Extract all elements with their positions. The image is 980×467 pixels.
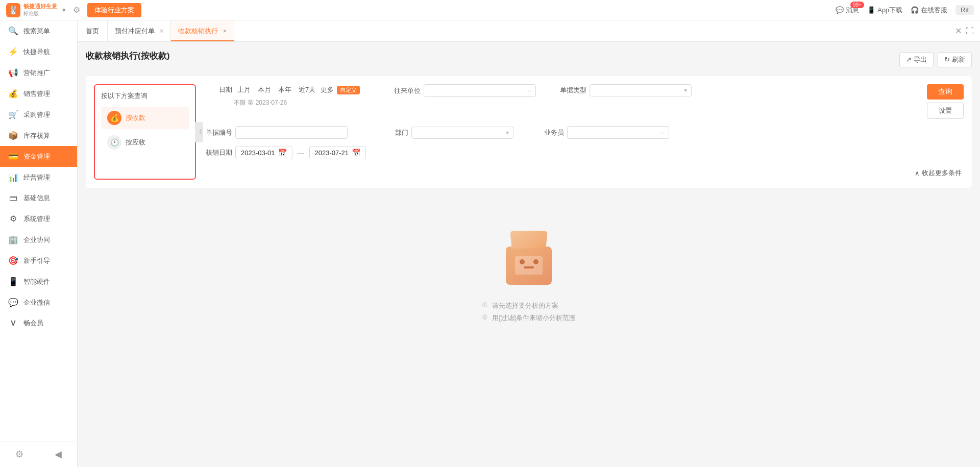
phone-icon: 📱 xyxy=(867,6,875,14)
sidebar-item-basic-info[interactable]: 🗃 基础信息 xyxy=(0,188,77,208)
sidebar-item-member[interactable]: V 畅会员 xyxy=(0,313,77,333)
system-icon: ⚙ xyxy=(8,214,18,224)
calendar-end-icon[interactable]: 📅 xyxy=(352,149,360,157)
content-area: 首页 预付冲应付单 × 收款核销执行 × ✕ ⛶ 收款核销执行(按收款) ↗ xyxy=(78,20,980,467)
sidebar-item-quick-nav[interactable]: ⚡ 快捷导航 xyxy=(0,41,77,62)
business-icon: 📊 xyxy=(8,173,18,182)
date-custom-badge[interactable]: 自定义 xyxy=(337,86,360,94)
sidebar-label-member: 畅会员 xyxy=(23,318,43,328)
tab-home[interactable]: 首页 xyxy=(78,20,108,41)
tab-actions: ✕ ⛶ xyxy=(949,20,980,41)
tab-receipt-close[interactable]: × xyxy=(223,28,227,35)
hint-num-1: ① xyxy=(482,301,488,309)
dropdown-icon[interactable]: ▾ xyxy=(62,6,66,14)
logo-icon: 🐰 xyxy=(6,3,20,17)
sidebar-item-sales[interactable]: 💰 销售管理 xyxy=(0,83,77,104)
date-shortcuts: 上月 本月 本年 近7天 更多 自定义 xyxy=(235,84,360,95)
sidebar-item-purchase[interactable]: 🛒 采购管理 xyxy=(0,104,77,125)
refresh-button[interactable]: ↻ 刷新 xyxy=(938,52,972,67)
page-title: 收款核销执行(按收款) xyxy=(86,50,169,62)
sidebar-label-basic-info: 基础信息 xyxy=(23,193,50,203)
solution-button[interactable]: 体验行业方案 xyxy=(87,3,141,17)
tab-prepay[interactable]: 预付冲应付单 × xyxy=(108,20,171,41)
sidebar-label-sales: 销售管理 xyxy=(23,89,50,99)
query-button[interactable]: 查询 xyxy=(927,84,964,100)
empty-box-top xyxy=(510,231,548,249)
headset-icon: 🎧 xyxy=(911,6,919,14)
finance-icon: 💳 xyxy=(8,152,18,161)
app-download-button[interactable]: 📱 App下载 xyxy=(867,6,902,15)
shortcut-7days[interactable]: 近7天 xyxy=(297,84,317,95)
voucher-no-field[interactable] xyxy=(240,129,343,136)
shortcut-more[interactable]: 更多 xyxy=(321,85,334,94)
basic-info-icon: 🗃 xyxy=(8,193,18,203)
tab-prepay-close[interactable]: × xyxy=(160,28,163,35)
tab-prepay-label: 预付冲应付单 xyxy=(115,27,155,36)
shortcut-this-year[interactable]: 本年 xyxy=(276,84,293,95)
empty-eye-right xyxy=(533,259,538,264)
staff-field[interactable] xyxy=(572,129,659,136)
sidebar-item-business[interactable]: 📊 经营管理 xyxy=(0,167,77,188)
date-label: 日期 xyxy=(204,85,232,94)
shortcut-this-month[interactable]: 本月 xyxy=(256,84,273,95)
filter-panel-collapse-btn[interactable]: 《 xyxy=(195,122,203,142)
brand-name: 畅捷通好生意 标准版 xyxy=(23,3,57,17)
counterparty-dots-icon[interactable]: ··· xyxy=(526,87,531,94)
date-range-text: 不限 至 2023-07-26 xyxy=(234,99,287,106)
inventory-icon: 📦 xyxy=(8,131,18,140)
filter-panel-title: 按以下方案查询 xyxy=(101,91,189,101)
dept-select[interactable]: ▾ xyxy=(411,127,513,139)
sidebar-item-search[interactable]: 🔍 搜索菜单 xyxy=(0,20,77,41)
app-logo: 🐰 畅捷通好生意 标准版 xyxy=(6,3,57,17)
empty-mouth xyxy=(524,266,534,268)
sidebar-item-hardware[interactable]: 📱 智能硬件 xyxy=(0,271,77,292)
sidebar-label-wechat: 企业微信 xyxy=(23,298,50,307)
counterparty-field[interactable] xyxy=(428,87,526,94)
tab-close-all-icon[interactable]: ✕ xyxy=(955,26,962,36)
sidebar-item-system[interactable]: ⚙ 系统管理 xyxy=(0,208,77,229)
by-receivable-icon: 🕐 xyxy=(107,135,121,150)
sidebar-item-inventory[interactable]: 📦 库存核算 xyxy=(0,125,77,146)
verify-date-end-input[interactable]: 2023-07-21 📅 xyxy=(309,146,366,159)
settings-button[interactable]: 设置 xyxy=(927,103,964,119)
sidebar-settings-btn[interactable]: ⚙ xyxy=(12,446,27,463)
wechat-icon: 💬 xyxy=(8,298,18,307)
tabbar: 首页 预付冲应付单 × 收款核销执行 × ✕ ⛶ xyxy=(78,20,980,42)
calendar-start-icon[interactable]: 📅 xyxy=(278,149,287,157)
date-dash: — xyxy=(298,149,304,157)
gear-icon[interactable]: ⚙ xyxy=(73,5,80,15)
tab-receipt-label: 收款核销执行 xyxy=(178,27,218,36)
collapse-more-btn[interactable]: ∧ 收起更多条件 xyxy=(913,166,964,180)
tab-expand-icon[interactable]: ⛶ xyxy=(966,27,974,36)
export-button[interactable]: ↗ 导出 xyxy=(899,52,934,67)
staff-input[interactable]: ··· xyxy=(567,126,669,139)
message-button[interactable]: 💬 消息 99+ xyxy=(836,6,859,15)
marketing-icon: 📢 xyxy=(8,68,18,78)
verify-date-start-input[interactable]: 2023-03-01 📅 xyxy=(235,146,292,159)
filter-option-by-receipt[interactable]: 💰 按收款 xyxy=(101,107,189,129)
shortcut-last-month[interactable]: 上月 xyxy=(235,84,253,95)
tab-receipt[interactable]: 收款核销执行 × xyxy=(171,20,234,41)
main-layout: 🔍 搜索菜单 ⚡ 快捷导航 📢 营销推广 💰 销售管理 🛒 采购管理 📦 库存核… xyxy=(0,20,980,467)
export-icon: ↗ xyxy=(906,56,912,63)
sidebar-item-marketing[interactable]: 📢 营销推广 xyxy=(0,62,77,83)
filter-form: 日期 上月 本月 本年 近7天 更多 自定义 xyxy=(204,84,964,180)
dept-arrow-icon: ▾ xyxy=(506,129,509,136)
online-service-button[interactable]: 🎧 在线客服 xyxy=(911,6,947,15)
empty-eye-left xyxy=(520,259,525,264)
voucher-type-select[interactable]: ▾ xyxy=(590,84,692,96)
sidebar-item-enterprise[interactable]: 🏢 企业协同 xyxy=(0,229,77,250)
user-profile[interactable]: Rit xyxy=(955,5,974,15)
verify-date-start-val: 2023-03-01 xyxy=(241,149,275,157)
voucher-no-input[interactable] xyxy=(235,126,348,139)
collapse-left-icon: 《 xyxy=(196,128,202,136)
sidebar-collapse-btn[interactable]: ◀ xyxy=(52,446,65,463)
staff-dots-icon[interactable]: ··· xyxy=(659,129,665,136)
filter-option-by-receivable[interactable]: 🕐 按应收 xyxy=(101,131,189,154)
empty-state: ① 请先选择要分析的方案 ② 用[过滤]条件来缩小分析范围 xyxy=(86,188,972,366)
counterparty-input[interactable]: ··· xyxy=(424,84,536,97)
sidebar-item-guide[interactable]: 🎯 新手引导 xyxy=(0,250,77,271)
sidebar-item-wechat[interactable]: 💬 企业微信 xyxy=(0,292,77,313)
sidebar-label-finance: 资金管理 xyxy=(23,152,50,161)
sidebar-item-finance[interactable]: 💳 资金管理 xyxy=(0,146,77,167)
